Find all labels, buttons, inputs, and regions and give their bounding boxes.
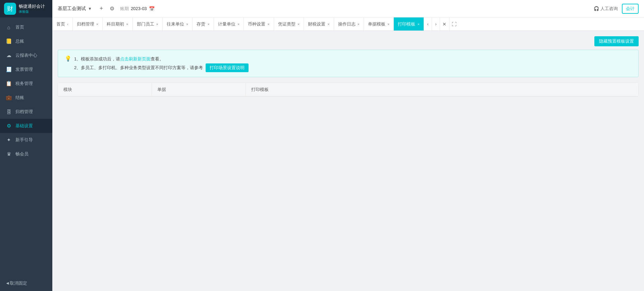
tab-voucher-label: 凭证类型: [278, 21, 296, 27]
home-icon: ⌂: [5, 25, 12, 30]
tab-oplog-close[interactable]: ×: [358, 22, 360, 26]
tab-printtemplate[interactable]: 打印模板 ×: [394, 17, 424, 31]
sidebar-item-report[interactable]: ☁ 云报表中心: [0, 48, 52, 62]
tab-partner[interactable]: 往来单位 ×: [163, 17, 193, 31]
add-tab-button[interactable]: +: [97, 5, 105, 13]
tab-subject-label: 科目期初: [107, 21, 124, 27]
tab-finance-label: 财税设置: [308, 21, 325, 27]
tab-unit[interactable]: 计量单位 ×: [214, 17, 244, 31]
topbar: 基层工会测试 ▼ + ⚙ 账期 2023-03 📅 🎧 人工咨询 会计: [52, 0, 644, 17]
tab-inventory-label: 存货: [197, 21, 205, 27]
invoice-icon: 🧾: [5, 66, 12, 72]
print-scene-button[interactable]: 打印场景设置说明: [206, 63, 249, 72]
sidebar-item-guide[interactable]: ✦ 新手引导: [0, 133, 52, 147]
tabbar: 首页 ‹ 归档管理 × 科目期初 × 部门员工 × 往来单位 × 存货 × 计量…: [52, 17, 644, 31]
col-module: 模块: [58, 83, 152, 96]
help-button[interactable]: 🎧 人工咨询: [594, 6, 618, 12]
kuaiji-button[interactable]: 会计: [622, 4, 639, 14]
tab-oplog-label: 操作日志: [338, 21, 356, 27]
sidebar-label-member: 畅会员: [15, 151, 29, 157]
sidebar-item-member[interactable]: ♛ 畅会员: [0, 147, 52, 161]
tab-subject[interactable]: 科目期初 ×: [103, 17, 132, 31]
tab-close-all-button[interactable]: ✕: [440, 17, 449, 31]
tab-partner-close[interactable]: ×: [186, 22, 188, 26]
sidebar-label-home: 首页: [15, 24, 24, 30]
sidebar: 财 畅捷通好会计 体验版 ⌂ 首页 📒 总账 ☁ 云报表中心 🧾 发票管理 📋 …: [0, 0, 52, 291]
headset-icon: 🎧: [594, 6, 599, 11]
tab-singledoc-close[interactable]: ×: [387, 22, 389, 26]
topbar-gear-button[interactable]: ⚙: [108, 5, 116, 13]
tab-printtemplate-label: 打印模板: [398, 21, 415, 27]
tab-dept-label: 部门员工: [137, 21, 154, 27]
sidebar-item-ledger[interactable]: 📒 总账: [0, 34, 52, 48]
guide-icon: ✦: [5, 137, 12, 143]
tab-dept[interactable]: 部门员工 ×: [133, 17, 163, 31]
sidebar-item-settings[interactable]: ⚙ 基础设置: [0, 119, 52, 133]
tab-subject-close[interactable]: ×: [126, 22, 128, 26]
content-area: 隐藏预置模板设置 💡 1、模板添加成功后，请点击刷新新页面查看。 2、多员工、多…: [52, 31, 644, 291]
topbar-actions: + ⚙: [97, 5, 116, 13]
tab-singledoc-label: 单据模板: [368, 21, 385, 27]
tab-currency[interactable]: 币种设置 ×: [244, 17, 274, 31]
calendar-icon[interactable]: 📅: [149, 6, 155, 11]
sidebar-label-settings: 基础设置: [15, 123, 33, 129]
closing-icon: 💼: [5, 95, 12, 101]
sidebar-label-tax: 税务管理: [15, 81, 33, 87]
sidebar-item-tax[interactable]: 📋 税务管理: [0, 77, 52, 91]
tab-unit-label: 计量单位: [218, 21, 235, 27]
refresh-link[interactable]: 点击刷新新页面: [120, 56, 151, 61]
col-printtemplate: 打印模板: [246, 83, 638, 96]
sidebar-item-home[interactable]: ⌂ 首页: [0, 20, 52, 34]
print-template-table: 模块 单据 打印模板: [58, 83, 639, 97]
sidebar-item-invoice[interactable]: 🧾 发票管理: [0, 62, 52, 77]
hide-preview-button[interactable]: 隐藏预置模板设置: [594, 36, 639, 46]
tab-archive-close[interactable]: ×: [96, 22, 98, 26]
period-label: 账期: [120, 6, 129, 12]
tab-oplog[interactable]: 操作日志 ×: [334, 17, 364, 31]
tab-partner-label: 往来单位: [167, 21, 184, 27]
notice-box: 💡 1、模板添加成功后，请点击刷新新页面查看。 2、多员工、多打印机、多种业务类…: [58, 50, 639, 77]
tab-next-button[interactable]: ›: [432, 17, 440, 31]
tab-finance[interactable]: 财税设置 ×: [304, 17, 334, 31]
tab-unit-close[interactable]: ×: [237, 22, 239, 26]
tab-fullscreen-button[interactable]: ⛶: [449, 17, 459, 31]
tab-dept-close[interactable]: ×: [156, 22, 158, 26]
tab-archive-label: 归档管理: [77, 21, 94, 27]
period-value: 2023-03: [131, 6, 147, 11]
logo-icon: 财: [4, 3, 16, 15]
archive-icon: 🗄: [5, 109, 12, 115]
ledger-icon: 📒: [5, 38, 12, 44]
col-singledoc: 单据: [152, 83, 246, 96]
notice-text-block: 1、模板添加成功后，请点击刷新新页面查看。 2、多员工、多打印机、多种业务类型设…: [74, 55, 249, 72]
tab-prev-button[interactable]: ‹: [424, 17, 432, 31]
tab-home[interactable]: 首页 ‹: [52, 17, 73, 31]
tab-printtemplate-close[interactable]: ×: [417, 22, 419, 26]
bulb-icon: 💡: [65, 55, 71, 62]
tab-voucher[interactable]: 凭证类型 ×: [274, 17, 304, 31]
sidebar-item-closing[interactable]: 💼 结账: [0, 91, 52, 105]
sidebar-logo: 财 畅捷通好会计 体验版: [0, 0, 52, 17]
tab-finance-close[interactable]: ×: [327, 22, 329, 26]
company-dropdown-icon: ▼: [88, 6, 92, 11]
company-name: 基层工会测试: [58, 6, 86, 12]
tab-home-label: 首页: [56, 21, 65, 27]
main-area: 基层工会测试 ▼ + ⚙ 账期 2023-03 📅 🎧 人工咨询 会计 首页 ‹…: [52, 0, 644, 291]
tab-inventory[interactable]: 存货 ×: [193, 17, 214, 31]
notice-line1: 1、模板添加成功后，请点击刷新新页面查看。: [74, 55, 249, 63]
company-selector[interactable]: 基层工会测试 ▼: [58, 6, 92, 12]
sidebar-unpin[interactable]: ◄取消固定: [0, 276, 52, 291]
report-icon: ☁: [5, 52, 12, 58]
sidebar-item-archive[interactable]: 🗄 归档管理: [0, 105, 52, 119]
tax-icon: 📋: [5, 81, 12, 87]
tab-currency-label: 币种设置: [248, 21, 265, 27]
tab-voucher-close[interactable]: ×: [298, 22, 300, 26]
notice-line2: 2、多员工、多打印机、多种业务类型设置不同打印方案等，请参考 打印场景设置说明: [74, 63, 249, 72]
topbar-right: 🎧 人工咨询 会计: [594, 4, 639, 14]
tab-currency-close[interactable]: ×: [267, 22, 269, 26]
sidebar-label-report: 云报表中心: [15, 52, 37, 58]
tab-inventory-close[interactable]: ×: [207, 22, 209, 26]
settings-icon: ⚙: [5, 123, 12, 129]
sidebar-label-ledger: 总账: [15, 38, 24, 44]
tab-singledoc[interactable]: 单据模板 ×: [364, 17, 394, 31]
tab-archive[interactable]: 归档管理 ×: [73, 17, 103, 31]
